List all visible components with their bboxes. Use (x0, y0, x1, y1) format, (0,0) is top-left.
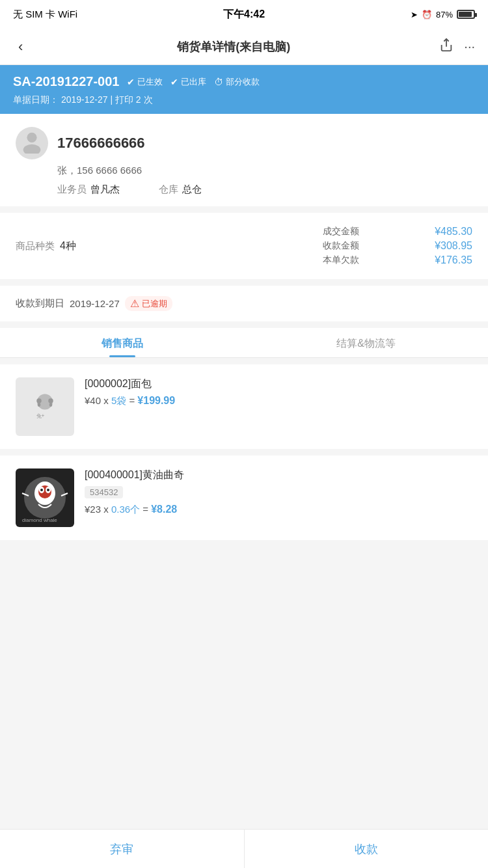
location-icon: ➤ (411, 10, 418, 20)
overdue-icon: ⚠ (130, 297, 139, 310)
status-shipped: ✔ 已出库 (170, 76, 206, 88)
product-item-1: 兔+ [0000002]面包 ¥40 x 5袋 = ¥199.99 (0, 364, 488, 449)
payment-due-label: 收款到期日 (16, 297, 64, 310)
customer-section: 17666666666 张，156 6666 6666 业务员 曾凡杰 仓库 总… (0, 114, 488, 206)
more-button[interactable]: ··· (464, 39, 475, 54)
svg-point-15 (40, 489, 43, 491)
order-header-banner: SA-20191227-001 ✔ 已生效 ✔ 已出库 ⏱ 部分收款 单据日期：… (0, 65, 488, 114)
divider-1 (0, 206, 488, 213)
payment-due-section: 收款到期日 2019-12-27 ⚠ 已逾期 (0, 286, 488, 321)
sim-status: 无 SIM 卡 WiFi (13, 8, 77, 21)
nav-actions: ··· (439, 38, 475, 55)
svg-point-4 (36, 398, 42, 403)
customer-meta: 业务员 曾凡杰 仓库 总仓 (57, 183, 472, 196)
product-thumb-2: diamond whale (16, 468, 74, 527)
svg-point-5 (48, 398, 53, 403)
battery-icon (457, 10, 475, 19)
order-number: SA-20191227-001 (13, 74, 119, 89)
bottom-bar: 弃审 收款 (0, 829, 488, 868)
deal-amount-label: 成交金额 (323, 226, 359, 237)
product-type-count: 4种 (60, 239, 76, 253)
svg-point-16 (47, 489, 49, 491)
tabs-section: 销售商品 结算&物流等 (0, 328, 488, 358)
overdue-badge: ⚠ 已逾期 (125, 296, 172, 311)
user-avatar-icon (20, 129, 44, 158)
battery-percent: 87% (436, 10, 453, 20)
overdue-text: 已逾期 (142, 298, 167, 310)
debt-amount-label: 本单欠款 (323, 254, 359, 266)
deal-amount-value: ¥485.30 (435, 226, 472, 237)
svg-point-7 (49, 403, 53, 407)
status-time: 下午4:42 (223, 8, 265, 21)
product-sku-2: 534532 (85, 486, 123, 498)
cancel-review-button[interactable]: 弃审 (0, 830, 244, 868)
status-right: ➤ ⏰ 87% (411, 10, 475, 20)
customer-name-phone: 张，156 6666 6666 (57, 165, 472, 177)
status-partial-payment: ⏱ 部分收款 (214, 76, 260, 88)
clock-icon: ⏱ (214, 77, 223, 87)
summary-section: 商品种类 4种 成交金额 ¥485.30 收款金额 ¥308.95 本单欠款 ¥… (0, 213, 488, 279)
alarm-icon: ⏰ (422, 10, 432, 20)
svg-text:兔+: 兔+ (36, 413, 45, 419)
tab-underline (109, 355, 135, 357)
svg-point-1 (27, 132, 36, 142)
product-list: 兔+ [0000002]面包 ¥40 x 5袋 = ¥199.99 (0, 364, 488, 540)
status-left: 无 SIM 卡 WiFi (13, 8, 77, 21)
debt-amount-value: ¥176.35 (435, 254, 472, 266)
received-amount-label: 收款金额 (323, 240, 359, 252)
product-type-label: 商品种类 (16, 240, 55, 252)
back-button[interactable]: ‹ (13, 33, 28, 61)
product-name-2: [000400001]黄油曲奇 (85, 468, 472, 482)
product-item-2: diamond whale [000400001]黄油曲奇 534532 ¥23… (0, 455, 488, 540)
product-thumb-1: 兔+ (16, 377, 74, 436)
divider-3 (0, 321, 488, 328)
payment-due-date: 2019-12-27 (70, 298, 120, 309)
share-button[interactable] (439, 38, 454, 55)
page-title: 销货单详情(来自电脑) (177, 39, 290, 55)
product-price-1: ¥40 x 5袋 = ¥199.99 (85, 395, 472, 407)
status-effective: ✔ 已生效 (127, 76, 163, 88)
product-info-1: [0000002]面包 ¥40 x 5袋 = ¥199.99 (85, 377, 472, 407)
divider-2 (0, 279, 488, 286)
tab-settlement[interactable]: 结算&物流等 (244, 328, 488, 357)
received-amount-value: ¥308.95 (435, 240, 472, 252)
customer-phone: 17666666666 (57, 135, 145, 152)
svg-text:diamond whale: diamond whale (22, 517, 57, 523)
product-info-2: [000400001]黄油曲奇 534532 ¥23 x 0.36个 = ¥8.… (85, 468, 472, 516)
nav-bar: ‹ 销货单详情(来自电脑) ··· (0, 29, 488, 65)
salesperson-label: 业务员 (57, 183, 87, 196)
collect-payment-button[interactable]: 收款 (245, 830, 489, 868)
tab-products[interactable]: 销售商品 (0, 328, 244, 357)
svg-point-2 (23, 144, 41, 153)
status-bar: 无 SIM 卡 WiFi 下午4:42 ➤ ⏰ 87% (0, 0, 488, 29)
svg-point-6 (38, 403, 41, 407)
warehouse-label: 仓库 (159, 183, 178, 196)
product-price-2: ¥23 x 0.36个 = ¥8.28 (85, 504, 472, 516)
avatar (16, 127, 48, 159)
product-name-1: [0000002]面包 (85, 377, 472, 391)
salesperson-value: 曾凡杰 (90, 183, 120, 196)
check-icon-1: ✔ (127, 77, 135, 87)
check-icon-2: ✔ (170, 77, 178, 87)
warehouse-value: 总仓 (182, 183, 202, 196)
order-date-print: 单据日期： 2019-12-27 | 打印 2 次 (13, 94, 475, 106)
